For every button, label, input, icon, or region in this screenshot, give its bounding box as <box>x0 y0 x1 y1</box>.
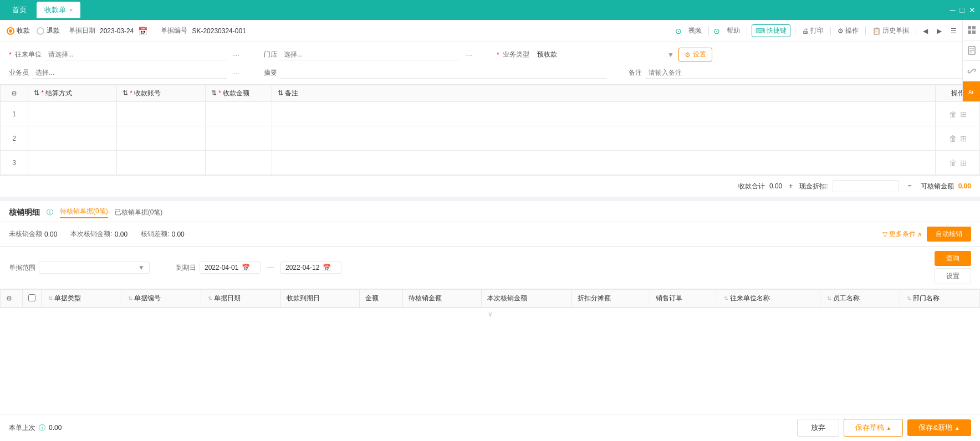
shop-input[interactable] <box>280 49 460 60</box>
sidebar-icon-1[interactable] <box>963 20 980 40</box>
table-gear-icon[interactable]: ⚙ <box>11 90 17 98</box>
query-btn[interactable]: 查询 <box>935 251 971 266</box>
col-remark-header: ⇅ 备注 <box>272 85 936 102</box>
delete-icon-1[interactable]: 🗑 <box>949 110 957 119</box>
row-settle-2[interactable] <box>28 126 117 151</box>
bottom-bar: 本单上次 ⓘ 0.00 放弃 保存草稿 ▲ 保存&新增 ▲ <box>0 414 980 441</box>
settings-btn[interactable]: ⚙ 设置 <box>678 48 712 61</box>
delete-icon-2[interactable]: 🗑 <box>949 134 957 143</box>
tab-active[interactable]: 收款单 × <box>37 2 80 18</box>
counterpart-field: * 往来单位 ··· <box>9 49 242 60</box>
row-remark-1[interactable] <box>272 102 936 126</box>
range-chevron-icon: ▼ <box>138 264 145 271</box>
shortcut-btn[interactable]: ⌨ 快捷键 <box>752 24 790 37</box>
row-account-1[interactable] <box>117 102 206 126</box>
help-icon: ⊙ <box>713 27 720 35</box>
sidebar-icon-3[interactable] <box>963 61 980 81</box>
radio-receipt[interactable]: 收款 <box>7 26 30 35</box>
sidebar-icon-2[interactable] <box>963 40 980 61</box>
row-settle-3[interactable] <box>28 151 117 175</box>
divider4 <box>830 27 831 35</box>
copy-icon-3[interactable]: ⊞ <box>960 158 967 167</box>
radio-refund[interactable]: 退款 <box>37 26 60 35</box>
delete-icon-3[interactable]: 🗑 <box>949 158 957 167</box>
calendar-icon[interactable]: 📅 <box>138 27 147 35</box>
col-number-header: ⇅ 单据编号 <box>121 290 201 307</box>
col-gear-bottom[interactable]: ⚙ <box>1 290 23 307</box>
auto-hexiao-btn[interactable]: 自动核销 <box>927 227 971 242</box>
hexiao-tab-pending[interactable]: 待核销单据(0笔) <box>60 207 108 218</box>
staff-field: 业务员 ··· <box>9 67 242 79</box>
maximize-btn[interactable]: □ <box>960 6 964 14</box>
collapse-icon[interactable]: ∨ <box>488 310 493 318</box>
row-amount-2[interactable] <box>206 126 272 151</box>
hexiao-stats-row: 未核销金额 0.00 本次核销金额: 0.00 核销差额: 0.00 ▽ 更多条… <box>0 222 980 247</box>
shop-more-btn[interactable]: ··· <box>463 50 474 59</box>
calendar-from-icon[interactable]: 📅 <box>242 264 250 271</box>
date-to-input[interactable]: 2022-04-12 📅 <box>280 261 341 274</box>
date-sep: — <box>267 264 274 271</box>
summary-input[interactable] <box>280 67 606 79</box>
draft-btn[interactable]: 保存草稿 ▲ <box>844 419 904 437</box>
video-btn[interactable]: 视频 <box>686 25 704 37</box>
required-star-amount: * <box>218 89 221 97</box>
copy-icon-2[interactable]: ⊞ <box>960 134 967 143</box>
business-type-value: 预收款 <box>537 50 557 59</box>
counterpart-more-btn[interactable]: ··· <box>231 50 242 59</box>
minimize-btn[interactable]: ─ <box>950 6 956 14</box>
radio-refund-dot <box>37 27 44 35</box>
nav-next-icon[interactable]: ▶ <box>935 26 944 36</box>
form-row-1: * 往来单位 ··· 门店 ··· * 业务类型 预收款 ▼ ⚙ 设置 <box>9 48 971 61</box>
counterpart-input[interactable] <box>45 49 228 60</box>
tab-home[interactable]: 首页 <box>4 2 34 18</box>
calendar-to-icon[interactable]: 📅 <box>323 264 331 271</box>
date-label: 单据日期 <box>69 26 95 35</box>
row-settle-1[interactable] <box>28 102 117 126</box>
hexiao-info-icon[interactable]: ⓘ <box>47 208 53 217</box>
hexiao-tab-done[interactable]: 已核销单据(0笔) <box>115 208 163 217</box>
total-value: 0.00 <box>769 182 782 190</box>
staff-more-btn[interactable]: ··· <box>231 69 242 78</box>
list-view-icon[interactable]: ☰ <box>948 26 959 36</box>
select-all-checkbox[interactable] <box>28 294 35 301</box>
row-account-2[interactable] <box>117 126 206 151</box>
row-num-3: 3 <box>1 151 28 175</box>
print-btn[interactable]: 🖨 打印 <box>800 25 826 37</box>
col-gear[interactable]: ⚙ <box>1 85 28 102</box>
total-label: 收款合计 <box>738 182 765 191</box>
discount-input[interactable] <box>833 180 899 192</box>
toolbar-right: ⊙ 视频 ⊙ 帮助 ⌨ 快捷键 🖨 打印 ⚙ 操作 📋 历史单据 <box>675 24 973 37</box>
filter-row: 单据范围 ▼ 到期日 2022-04-01 📅 — 2022-04-12 📅 <box>0 247 980 289</box>
discard-btn[interactable]: 放弃 <box>797 419 839 437</box>
row-remark-2[interactable] <box>272 126 936 151</box>
operation-btn[interactable]: ⚙ 操作 <box>835 25 861 37</box>
copy-icon-1[interactable]: ⊞ <box>960 110 967 119</box>
divider3 <box>795 27 795 35</box>
business-type-chevron[interactable]: ▼ <box>667 51 674 59</box>
row-account-3[interactable] <box>117 151 206 175</box>
filter-setting-btn[interactable]: 设置 <box>935 268 971 284</box>
hexiao-header: 核销明细 ⓘ 待核销单据(0笔) 已核销单据(0笔) <box>0 201 980 222</box>
table-row: 2 🗑 ⊞ <box>1 126 980 151</box>
staff-input[interactable] <box>32 67 227 79</box>
col-checkbox[interactable] <box>23 290 42 307</box>
history-btn[interactable]: 📋 历史单据 <box>870 25 911 37</box>
row-amount-1[interactable] <box>206 102 272 126</box>
bottom-gear-icon[interactable]: ⚙ <box>6 295 12 302</box>
radio-receipt-dot <box>7 27 14 35</box>
close-btn[interactable]: ✕ <box>969 6 976 14</box>
row-amount-3[interactable] <box>206 151 272 175</box>
row-remark-3[interactable] <box>272 151 936 175</box>
range-select[interactable]: ▼ <box>39 261 150 274</box>
save-new-btn[interactable]: 保存&新增 ▲ <box>907 419 971 436</box>
more-conditions-btn[interactable]: ▽ 更多条件 ∧ <box>882 229 922 239</box>
sidebar-icon-4[interactable]: Ai <box>963 81 980 102</box>
tab-close-icon[interactable]: × <box>69 7 73 13</box>
help-btn[interactable]: 帮助 <box>724 25 742 37</box>
prev-info-icon[interactable]: ⓘ <box>39 423 45 433</box>
date-from-input[interactable]: 2022-04-01 📅 <box>200 261 261 274</box>
prev-value: 0.00 <box>49 424 62 432</box>
nav-prev-icon[interactable]: ◀ <box>921 26 930 36</box>
current-value: 0.00 <box>115 230 127 238</box>
remark-input[interactable] <box>645 67 971 79</box>
